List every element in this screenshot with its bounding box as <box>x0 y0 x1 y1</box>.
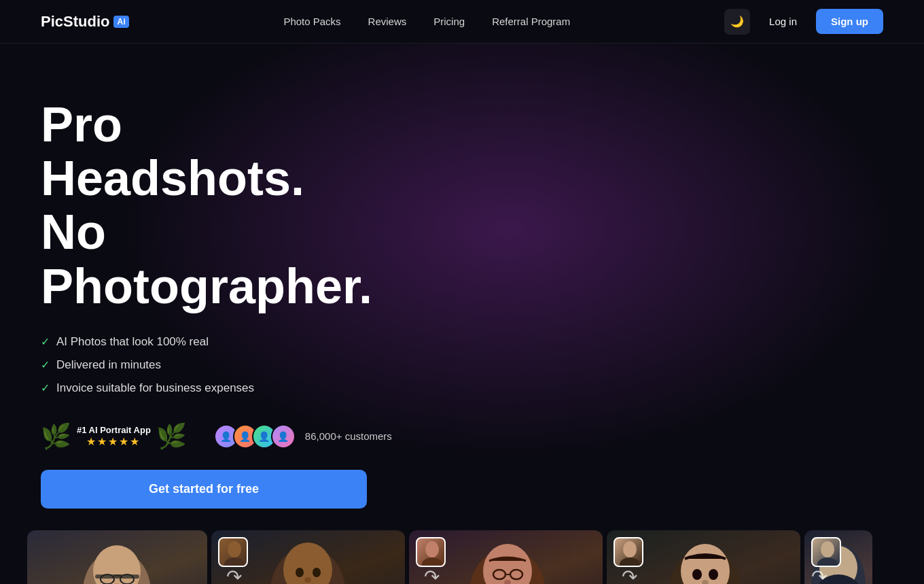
arrow-curve-4: ↷ <box>622 566 637 584</box>
svg-point-18 <box>483 544 532 584</box>
social-proof-row: 🌿 #1 AI Portrait App ★★★★★ 🌿 👤 👤 👤 👤 <box>41 422 392 451</box>
signup-button[interactable]: Sign up <box>816 9 883 34</box>
cta-button[interactable]: Get started for free <box>41 470 367 509</box>
nav-photo-packs[interactable]: Photo Packs <box>283 16 340 27</box>
check-icon-3: ✓ <box>41 381 50 394</box>
feature-item-2: ✓ Delivered in minutes <box>41 358 392 372</box>
laurel-right-icon: 🌿 <box>156 422 187 451</box>
photo-3-bg: ↷ ✦ AI Generated <box>409 530 603 584</box>
customer-count-label: 86,000+ customers <box>305 430 392 442</box>
arrow-curve-5: ↷ <box>811 566 827 584</box>
photo-card-5: ↷ ✦ AI Generated <box>804 530 872 584</box>
photo-1-bg: ✦ AI Generated <box>27 530 207 584</box>
svg-point-37 <box>821 541 834 557</box>
photo-card-4: ↷ ✦ AI Generated <box>607 530 800 584</box>
feature-item-1: ✓ AI Photos that look 100% real <box>41 335 392 349</box>
svg-rect-5 <box>114 574 121 577</box>
photo-5-bg: ↷ ✦ AI Generated <box>804 530 872 584</box>
navbar: PicStudio Ai Photo Packs Reviews Pricing… <box>0 0 924 44</box>
thumbnail-5 <box>811 537 841 567</box>
login-button[interactable]: Log in <box>758 10 808 33</box>
hero-content: Pro Headshots. No Photographer. ✓ AI Pho… <box>41 98 392 509</box>
logo-text: PicStudio <box>41 13 109 31</box>
nav-reviews[interactable]: Reviews <box>368 16 407 27</box>
award-stars: ★★★★★ <box>77 435 151 448</box>
svg-point-27 <box>681 544 730 584</box>
check-icon-1: ✓ <box>41 335 50 348</box>
photo-card-3: ↷ ✦ AI Generated <box>409 530 603 584</box>
photos-strip: ✦ AI Generated <box>0 530 924 584</box>
hero-section: Pro Headshots. No Photographer. ✓ AI Pho… <box>0 44 924 509</box>
nav-referral[interactable]: Referral Program <box>492 16 570 27</box>
photo-4-bg: ↷ ✦ AI Generated <box>607 530 800 584</box>
laurel-left-icon: 🌿 <box>41 422 71 451</box>
svg-point-24 <box>425 541 439 557</box>
award-text: #1 AI Portrait App ★★★★★ <box>71 425 156 448</box>
svg-point-28 <box>692 569 702 580</box>
arrow-curve-2: ↷ <box>226 566 242 584</box>
nav-pricing[interactable]: Pricing <box>433 16 465 27</box>
photo-card-2: ↷ ✦ AI Generated <box>211 530 405 584</box>
logo-ai-badge: Ai <box>113 16 129 28</box>
avatar-stack: 👤 👤 👤 👤 <box>214 424 296 449</box>
hero-features-list: ✓ AI Photos that look 100% real ✓ Delive… <box>41 335 392 395</box>
nav-links: Photo Packs Reviews Pricing Referral Pro… <box>283 16 570 28</box>
svg-point-32 <box>623 541 637 557</box>
svg-point-12 <box>304 577 311 583</box>
thumbnail-2 <box>218 537 248 567</box>
customer-count-row: 👤 👤 👤 👤 86,000+ customers <box>214 424 392 449</box>
avatar-4: 👤 <box>271 424 296 449</box>
svg-point-15 <box>228 541 241 557</box>
feature-item-3: ✓ Invoice suitable for business expenses <box>41 381 392 395</box>
svg-point-29 <box>709 569 718 580</box>
arrow-curve-3: ↷ <box>424 566 440 584</box>
award-badge: 🌿 #1 AI Portrait App ★★★★★ 🌿 <box>41 422 187 451</box>
theme-toggle-button[interactable]: 🌙 <box>724 9 750 35</box>
award-title: #1 AI Portrait App <box>77 425 151 435</box>
logo[interactable]: PicStudio Ai <box>41 13 129 31</box>
check-icon-2: ✓ <box>41 358 50 371</box>
thumbnail-3 <box>416 537 446 567</box>
svg-point-11 <box>313 568 321 577</box>
nav-actions: 🌙 Log in Sign up <box>724 9 883 35</box>
photo-2-bg: ↷ ✦ AI Generated <box>211 530 405 584</box>
svg-point-10 <box>296 568 304 577</box>
photo-card-1: ✦ AI Generated <box>27 530 207 584</box>
hero-title: Pro Headshots. No Photographer. <box>41 98 392 313</box>
thumbnail-4 <box>614 537 643 567</box>
cta-section: Get started for free <box>41 470 392 509</box>
